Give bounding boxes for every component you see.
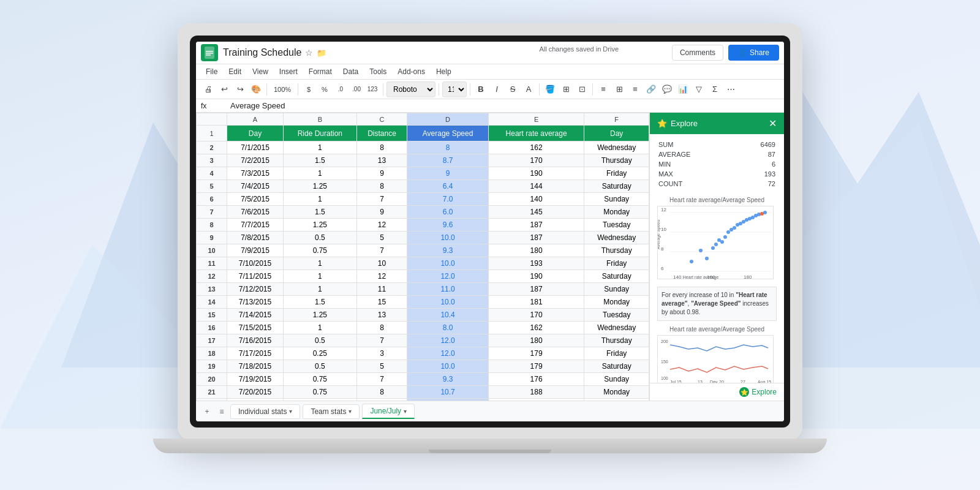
cell-duration[interactable]: 1 [284, 141, 357, 154]
cell-distance[interactable]: 8 [356, 386, 407, 399]
cell-duration[interactable]: 0.5 [284, 232, 357, 244]
strikethrough-button[interactable]: S [505, 82, 520, 97]
cell-heart-rate[interactable]: 176 [488, 373, 584, 386]
percent-button[interactable]: % [317, 82, 332, 97]
cell-heart-rate[interactable]: 181 [488, 296, 584, 309]
cell-distance[interactable]: 11 [356, 283, 407, 296]
fill-color-button[interactable]: 🪣 [543, 82, 557, 97]
cell-avg-speed[interactable]: 9.3 [407, 373, 488, 386]
cell-duration[interactable]: 1 [284, 257, 357, 270]
col-e-header[interactable]: E [488, 113, 584, 126]
col-b-header[interactable]: B [284, 113, 357, 126]
merge-button[interactable]: ⊡ [575, 82, 589, 97]
font-size-select[interactable]: 11 [442, 81, 467, 97]
cell-weekday[interactable]: Friday [584, 347, 649, 360]
star-icon[interactable]: ☆ [305, 48, 313, 58]
cell-day[interactable]: 7/2/2015 [227, 154, 284, 167]
cell-distance[interactable]: 3 [356, 347, 407, 360]
cell-heart-rate[interactable]: 144 [488, 180, 584, 193]
cell-avg-speed[interactable]: 9.3 [407, 244, 488, 257]
cell-duration[interactable]: 1.25 [284, 219, 357, 232]
cell-heart-rate[interactable]: 180 [488, 244, 584, 257]
row-number[interactable]: 9 [197, 232, 227, 244]
align-left-button[interactable]: ≡ [596, 82, 611, 97]
cell-avg-speed[interactable]: 10.0 [407, 360, 488, 373]
cell-heart-rate[interactable]: 179 [488, 360, 584, 373]
menu-file[interactable]: File [201, 66, 222, 78]
folder-icon[interactable]: 📁 [317, 48, 326, 58]
cell-avg-speed[interactable]: 12.0 [407, 334, 488, 347]
paint-format-button[interactable]: 🎨 [249, 82, 263, 97]
cell-weekday[interactable]: Tuesday [584, 309, 649, 322]
row-number[interactable]: 7 [197, 206, 227, 219]
cell-distance[interactable]: 12 [356, 270, 407, 283]
row-number[interactable]: 11 [197, 257, 227, 270]
cell-duration[interactable]: 1.5 [284, 206, 357, 219]
row-number[interactable]: 17 [197, 334, 227, 347]
cell-day[interactable]: 7/5/2015 [227, 193, 284, 206]
cell-heart-rate[interactable]: 170 [488, 309, 584, 322]
row-number[interactable]: 21 [197, 386, 227, 399]
cell-weekday[interactable]: Tuesday [584, 219, 649, 232]
comment-button[interactable]: 💬 [660, 82, 674, 97]
cell-weekday[interactable]: Sunday [584, 373, 649, 386]
cell-distance[interactable]: 12 [356, 219, 407, 232]
cell-avg-speed[interactable]: 8.0 [407, 322, 488, 334]
tab-team-stats[interactable]: Team stats ▾ [303, 404, 360, 419]
cell-heart-rate[interactable]: 180 [488, 334, 584, 347]
cell-heart-rate[interactable]: 188 [488, 386, 584, 399]
spreadsheet-area[interactable]: A B C D E F 1 Day [196, 113, 649, 401]
decimal-dec-button[interactable]: .0 [333, 82, 348, 97]
cell-weekday[interactable]: Thursday [584, 334, 649, 347]
cell-duration[interactable]: 0.75 [284, 386, 357, 399]
cell-day[interactable]: 7/18/2015 [227, 360, 284, 373]
cell-heart-rate[interactable]: 170 [488, 154, 584, 167]
cell-heart-rate[interactable]: 162 [488, 141, 584, 154]
cell-heart-rate[interactable]: 187 [488, 232, 584, 244]
cell-weekday[interactable]: Monday [584, 206, 649, 219]
cell-weekday[interactable]: Saturday [584, 270, 649, 283]
row-number[interactable]: 18 [197, 347, 227, 360]
cell-day[interactable]: 7/17/2015 [227, 347, 284, 360]
menu-insert[interactable]: Insert [274, 66, 303, 78]
row-number[interactable]: 5 [197, 180, 227, 193]
menu-data[interactable]: Data [338, 66, 363, 78]
undo-button[interactable]: ↩ [217, 82, 232, 97]
cell-avg-speed[interactable]: 6.0 [407, 206, 488, 219]
cell-duration[interactable]: 1 [284, 193, 357, 206]
cell-distance[interactable]: 5 [356, 232, 407, 244]
doc-title[interactable]: Training Schedule [223, 47, 301, 58]
font-select[interactable]: Roboto [386, 81, 435, 97]
menu-addons[interactable]: Add-ons [393, 66, 430, 78]
cell-heart-rate[interactable]: 190 [488, 270, 584, 283]
more-button[interactable]: ⋯ [723, 82, 738, 97]
tab-individual-stats[interactable]: Individual stats ▾ [230, 404, 300, 419]
cell-duration[interactable]: 1 [284, 283, 357, 296]
cell-distance[interactable]: 9 [356, 206, 407, 219]
cell-duration[interactable]: 0.5 [284, 334, 357, 347]
cell-weekday[interactable]: Saturday [584, 360, 649, 373]
cell-day[interactable]: 7/15/2015 [227, 322, 284, 334]
cell-weekday[interactable]: Monday [584, 296, 649, 309]
text-color-button[interactable]: A [521, 82, 536, 97]
cell-heart-rate[interactable]: 187 [488, 283, 584, 296]
row-number[interactable]: 10 [197, 244, 227, 257]
cell-day[interactable]: 7/13/2015 [227, 296, 284, 309]
menu-tools[interactable]: Tools [364, 66, 391, 78]
share-button[interactable]: 👤 Share [728, 45, 779, 61]
cell-day[interactable]: 7/11/2015 [227, 270, 284, 283]
cell-day[interactable]: 7/1/2015 [227, 141, 284, 154]
menu-edit[interactable]: Edit [224, 66, 246, 78]
cell-heart-rate[interactable]: 179 [488, 347, 584, 360]
decimal-inc-button[interactable]: .00 [349, 82, 364, 97]
cell-distance[interactable]: 9 [356, 167, 407, 180]
row-number[interactable]: 13 [197, 283, 227, 296]
cell-weekday[interactable]: Wednesday [584, 322, 649, 334]
cell-duration[interactable]: 0.5 [284, 360, 357, 373]
cell-avg-speed[interactable]: 11.0 [407, 283, 488, 296]
cell-avg-speed[interactable]: 10.0 [407, 257, 488, 270]
cell-duration[interactable]: 0.75 [284, 373, 357, 386]
cell-weekday[interactable]: Friday [584, 257, 649, 270]
cell-duration[interactable]: 1.5 [284, 296, 357, 309]
align-center-button[interactable]: ⊞ [612, 82, 627, 97]
